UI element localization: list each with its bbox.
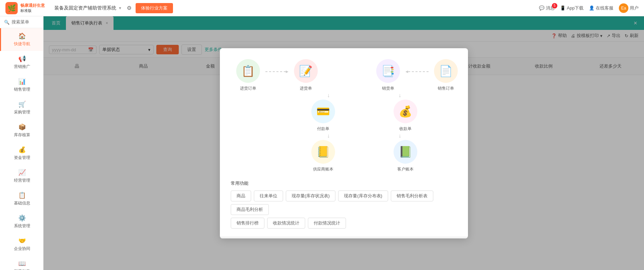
- common-title: 常用功能: [231, 180, 457, 186]
- app-download-btn[interactable]: 📱 App下载: [560, 5, 584, 11]
- sidebar-item-basic[interactable]: 📋 基础信息: [0, 187, 43, 210]
- sidebar: 🔍 搜索菜单 🏠 快捷导航 📢 营销推广 📊 销售管理 🛒 采购管理 📦: [0, 16, 43, 270]
- scrollbar-right-icon[interactable]: ▶: [463, 238, 465, 238]
- arrow-down-customer: ↓: [399, 133, 401, 139]
- settings-icon[interactable]: ⚙: [127, 5, 132, 11]
- sidebar-item-sales[interactable]: 📊 销售管理: [0, 74, 43, 96]
- func-btn-stock-status[interactable]: 现存量(库存状况表): [286, 191, 336, 201]
- func-btn-partners[interactable]: 往来单位: [254, 191, 283, 201]
- marketing-icon: 📢: [18, 55, 26, 62]
- flow-node-sales-order[interactable]: 📄 销售订单: [434, 59, 458, 91]
- func-btn-payment-stat[interactable]: 付款情况统计: [308, 218, 346, 229]
- arrow-down-payment: ↓: [327, 93, 330, 98]
- trial-button[interactable]: 体验行业方案: [136, 3, 173, 13]
- logo-icon: 🌿: [5, 2, 18, 14]
- service-icon: 👤: [589, 5, 594, 11]
- arrow-down-supplier: ↓: [327, 133, 330, 139]
- quick-nav-modal: 📋 进货订单 ▶: [220, 48, 468, 238]
- func-btn-product[interactable]: 商品: [231, 191, 251, 201]
- scrollbar-left-icon[interactable]: ◀: [223, 238, 225, 238]
- message-btn[interactable]: 💬 消息 5: [539, 5, 555, 11]
- logo-area: 🌿 畅康通好生意 标准版: [5, 2, 49, 14]
- payment-icon: 💳: [311, 100, 335, 123]
- sales-order-icon: 📄: [434, 59, 458, 83]
- main-content: 首页 销售订单执行表 × × ❓ 帮助 🖨 按模板打印 ▾: [43, 16, 644, 270]
- enterprise-icon: 🤝: [18, 237, 26, 245]
- func-btn-product-gross[interactable]: 商品毛利分析: [231, 204, 269, 215]
- sidebar-item-inventory[interactable]: 📦 库存核算: [0, 119, 43, 142]
- top-right-area: 💬 消息 5 📱 App下载 👤 在线客服 Ea 用户: [539, 3, 639, 13]
- online-service-btn[interactable]: 👤 在线客服: [589, 5, 613, 11]
- sidebar-item-marketing[interactable]: 📢 营销推广: [0, 51, 43, 74]
- modal-overlay[interactable]: 📋 进货订单 ▶: [43, 16, 644, 270]
- sidebar-item-quick-nav[interactable]: 🏠 快捷导航: [0, 28, 43, 51]
- func-btn-receipt-stat[interactable]: 收款情况统计: [267, 218, 305, 229]
- purchase-order-icon: 📋: [236, 59, 260, 83]
- supplier-account-icon: 📒: [311, 140, 335, 164]
- modal-scrollbar: ◀ ▶: [220, 237, 468, 238]
- flow-node-purchase-order[interactable]: 📋 进货订单: [236, 59, 260, 91]
- logo-text: 畅康通好生意 标准版: [20, 3, 45, 13]
- receipt-icon: 💰: [394, 100, 417, 123]
- sidebar-item-finance[interactable]: 💰 资金管理: [0, 142, 43, 165]
- flow-diagram: 📋 进货订单 ▶: [231, 59, 457, 172]
- sales-icon: 📊: [18, 78, 26, 85]
- basic-icon: 📋: [18, 192, 26, 199]
- download-icon: 📱: [560, 5, 565, 11]
- guide-icon: 📖: [18, 260, 26, 267]
- system-arrow-icon[interactable]: ▾: [119, 5, 121, 11]
- message-icon: 💬: [539, 5, 544, 11]
- operation-icon: 📈: [18, 169, 26, 176]
- sidebar-item-enterprise[interactable]: 🤝 企业协同: [0, 233, 43, 256]
- avatar: Ea: [619, 3, 628, 13]
- flow-node-sales-receipt[interactable]: 📑 销货单: [376, 59, 400, 91]
- customer-account-icon: 📗: [394, 140, 417, 164]
- func-buttons-row1: 商品 往来单位 现存量(库存状况表) 现存量(库存分布表) 销售毛利分析表 商品…: [231, 191, 457, 215]
- purchase-receipt-icon: 📝: [294, 59, 318, 83]
- search-icon: 🔍: [4, 20, 10, 25]
- flow-node-supplier-account[interactable]: 📒 供应商账本: [311, 140, 335, 172]
- func-btn-sales-rank[interactable]: 销售排行榜: [231, 218, 264, 229]
- func-btn-stock-dist[interactable]: 现存量(库存分布表): [338, 191, 388, 201]
- user-menu[interactable]: Ea 用户: [619, 3, 639, 13]
- system-name: 装备及固定资产辅助管理系统: [54, 5, 116, 11]
- flow-node-payment[interactable]: 💳 付款单: [311, 100, 335, 132]
- inventory-icon: 📦: [18, 123, 26, 131]
- flow-node-customer-account[interactable]: 📗 客户账本: [394, 140, 417, 172]
- purchase-icon: 🛒: [18, 101, 26, 108]
- sidebar-item-purchase[interactable]: 🛒 采购管理: [0, 96, 43, 119]
- finance-icon: 💰: [18, 146, 26, 154]
- home-icon: 🏠: [18, 32, 26, 40]
- system-icon: ⚙️: [18, 214, 26, 222]
- message-badge: 5: [552, 3, 557, 8]
- system-title: 装备及固定资产辅助管理系统 ▾ ⚙: [54, 5, 132, 11]
- func-buttons-row2: 销售排行榜 收款情况统计 付款情况统计: [231, 218, 457, 229]
- sales-receipt-icon: 📑: [376, 59, 400, 83]
- common-functions: 常用功能 商品 往来单位 现存量(库存状况表) 现存量(库存分布表) 销售毛利分…: [231, 180, 457, 229]
- func-btn-sales-gross[interactable]: 销售毛利分析表: [391, 191, 433, 201]
- sidebar-item-system[interactable]: ⚙️ 系统管理: [0, 210, 43, 233]
- sidebar-item-operation[interactable]: 📈 经营管理: [0, 165, 43, 187]
- arrow-down-receipt: ↓: [399, 93, 401, 98]
- flow-node-receipt[interactable]: 💰 收款单: [394, 100, 417, 132]
- sidebar-item-guide[interactable]: 📖 新手引导: [0, 256, 43, 270]
- flow-node-purchase-receipt[interactable]: 📝 进货单: [294, 59, 318, 91]
- search-menu-btn[interactable]: 🔍 搜索菜单: [0, 16, 43, 28]
